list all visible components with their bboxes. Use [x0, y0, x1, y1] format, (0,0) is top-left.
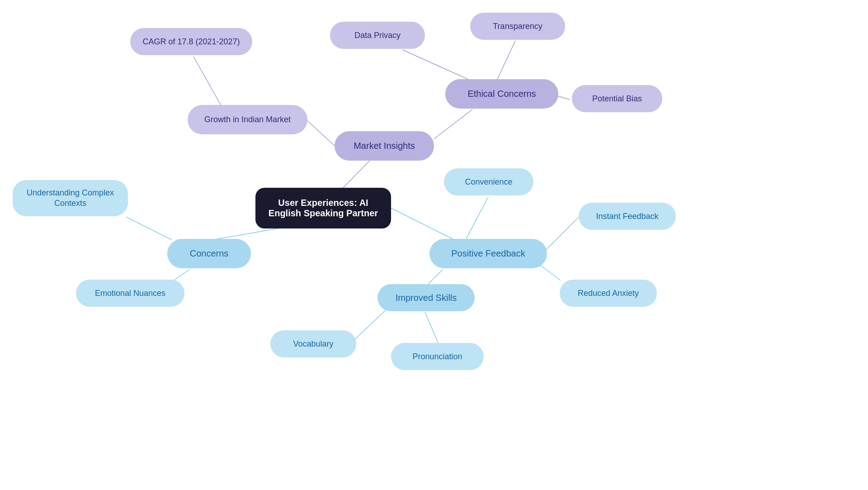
center-node: User Experiences: AI English Speaking Pa…	[255, 188, 391, 228]
potential-bias-node: Potential Bias	[572, 85, 662, 112]
improved-skills-node: Improved Skills	[377, 284, 475, 311]
svg-line-10	[391, 208, 454, 240]
emotional-nuances-node: Emotional Nuances	[76, 280, 184, 307]
understanding-complex-node: Understanding Complex Contexts	[13, 180, 128, 216]
svg-line-6	[193, 57, 222, 106]
svg-line-16	[425, 312, 439, 344]
growth-indian-market-node: Growth in Indian Market	[188, 105, 307, 134]
instant-feedback-node: Instant Feedback	[579, 203, 676, 230]
transparency-node: Transparency	[470, 13, 565, 40]
svg-line-12	[545, 217, 579, 251]
data-privacy-node: Data Privacy	[330, 22, 425, 49]
svg-line-1	[434, 109, 472, 139]
concerns-node: Concerns	[167, 239, 251, 268]
svg-line-7	[212, 228, 278, 240]
vocabulary-node: Vocabulary	[270, 330, 356, 357]
reduced-anxiety-node: Reduced Anxiety	[560, 280, 657, 307]
svg-line-2	[402, 50, 468, 79]
ethical-concerns-node: Ethical Concerns	[445, 79, 558, 109]
cagr-node: CAGR of 17.8 (2021-2027)	[130, 28, 252, 55]
svg-line-11	[466, 197, 488, 240]
svg-line-8	[127, 217, 172, 240]
svg-line-3	[497, 41, 515, 79]
positive-feedback-node: Positive Feedback	[429, 239, 547, 268]
market-insights-node: Market Insights	[335, 131, 434, 161]
svg-line-5	[307, 121, 335, 146]
pronunciation-node: Pronunciation	[391, 343, 484, 370]
svg-line-14	[427, 269, 443, 285]
convenience-node: Convenience	[444, 168, 533, 195]
